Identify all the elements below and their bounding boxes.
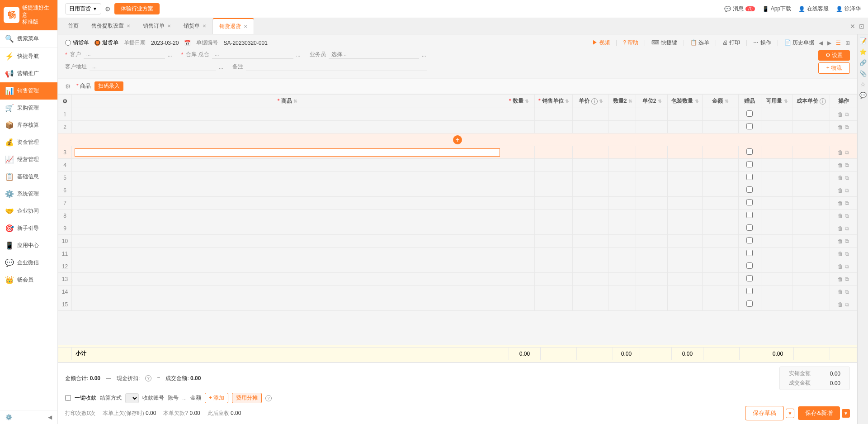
amount-sort-icon[interactable]: ⇅ [725, 99, 728, 104]
save-draft-btn[interactable]: 保存草稿 [745, 406, 784, 420]
gift-checkbox-1[interactable] [746, 110, 753, 117]
cell-11-1[interactable] [534, 248, 572, 260]
product-cell-10[interactable] [72, 235, 503, 248]
right-panel-chat-icon[interactable]: 💬 [859, 91, 868, 100]
gift-checkbox-15[interactable] [746, 300, 753, 307]
copy-icon-13[interactable]: ⧉ [845, 276, 849, 282]
expand-tab-icon[interactable]: ⊡ [859, 23, 864, 30]
cell-12-0[interactable] [503, 260, 534, 273]
cell-13-6[interactable] [702, 273, 738, 286]
cell-3-0[interactable] [503, 146, 534, 159]
one-click-checkbox[interactable] [65, 395, 71, 401]
delete-icon-1[interactable]: 🗑 [838, 111, 843, 118]
cell-13-1[interactable] [534, 273, 572, 286]
select-bill-btn[interactable]: 📋 选单 [690, 39, 709, 47]
product-cell-5[interactable] [72, 172, 503, 184]
cell-5-2[interactable] [573, 172, 609, 184]
copy-icon-8[interactable]: ⧉ [845, 213, 849, 219]
unit-sort-icon[interactable]: ⇅ [565, 99, 569, 104]
gift-checkbox-4[interactable] [746, 161, 753, 167]
copy-icon-7[interactable]: ⧉ [845, 200, 849, 206]
cell-10-3[interactable] [609, 235, 636, 248]
cell-6-2[interactable] [573, 184, 609, 197]
help-circle[interactable]: ? [185, 410, 188, 416]
avail-sort-icon[interactable]: ⇅ [784, 99, 788, 104]
product-sort-icon[interactable]: ⇅ [293, 99, 297, 104]
cell-1-3[interactable] [609, 108, 636, 121]
cell-12-3[interactable] [609, 260, 636, 273]
cell-15-5[interactable] [668, 298, 702, 311]
gift-checkbox-2[interactable] [746, 123, 753, 129]
cell-13-0[interactable] [503, 273, 534, 286]
tab-sale-order[interactable]: 销售订单 ✕ [137, 19, 177, 33]
cell-14-2[interactable] [573, 286, 609, 298]
cell-3-3[interactable] [609, 146, 636, 159]
gift-checkbox-10[interactable] [746, 237, 753, 243]
cell-6-6[interactable] [702, 184, 738, 197]
grid-view-icon[interactable]: ⊞ [845, 40, 850, 46]
cell-4-3[interactable] [609, 159, 636, 172]
settings-gear-icon[interactable]: ⚙ [105, 5, 111, 13]
cell-14-3[interactable] [609, 286, 636, 298]
cell-13-5[interactable] [668, 273, 702, 286]
delete-icon-5[interactable]: 🗑 [838, 175, 843, 181]
gift-checkbox-5[interactable] [746, 174, 753, 180]
cell-15-3[interactable] [609, 298, 636, 311]
cell-1-2[interactable] [573, 108, 609, 121]
delete-icon-8[interactable]: 🗑 [838, 213, 843, 219]
collapse-icon[interactable]: ◀ [48, 414, 52, 420]
delete-icon-14[interactable]: 🗑 [838, 289, 843, 295]
cell-12-1[interactable] [534, 260, 572, 273]
col-gear[interactable]: ⚙ [58, 95, 72, 108]
salesperson-more-icon[interactable]: ... [422, 52, 426, 58]
product-cell-6[interactable] [72, 184, 503, 197]
note-input[interactable] [246, 62, 427, 71]
close-tab-icon[interactable]: ✕ [850, 23, 855, 30]
cell-10-1[interactable] [534, 235, 572, 248]
sidebar-item-apps[interactable]: 📱 应用中心 [0, 237, 57, 254]
gift-checkbox-13[interactable] [746, 275, 753, 281]
online-service-btn[interactable]: 👤 在线客服 [798, 5, 829, 13]
cell-6-0[interactable] [503, 184, 534, 197]
product-cell-3[interactable] [72, 146, 503, 159]
operate-btn[interactable]: ⋯ 操作 [753, 39, 771, 47]
logistics-btn[interactable]: + 物流 [818, 62, 850, 74]
app-download-btn[interactable]: 📱 App下载 [762, 5, 791, 13]
cell-2-6[interactable] [702, 121, 738, 133]
copy-icon-10[interactable]: ⧉ [845, 238, 849, 244]
cell-5-3[interactable] [609, 172, 636, 184]
cell-1-5[interactable] [668, 108, 702, 121]
gift-checkbox-8[interactable] [746, 212, 753, 218]
cell-2-3[interactable] [609, 121, 636, 133]
calendar-icon[interactable]: 📅 [184, 40, 191, 46]
cell-8-3[interactable] [609, 210, 636, 222]
cell-14-5[interactable] [668, 286, 702, 298]
sidebar-item-sales[interactable]: 📊 销售管理 [0, 82, 57, 100]
add-payment-btn[interactable]: + 添加 [205, 393, 228, 403]
scan-enter-btn[interactable]: 扫码录入 [94, 81, 123, 91]
cell-10-4[interactable] [636, 235, 668, 248]
cell-1-4[interactable] [636, 108, 668, 121]
product-cell-14[interactable] [72, 286, 503, 298]
delete-icon-2[interactable]: 🗑 [838, 124, 843, 130]
cell-10-0[interactable] [503, 235, 534, 248]
cell-6-3[interactable] [609, 184, 636, 197]
copy-icon-14[interactable]: ⧉ [845, 289, 849, 295]
cell-5-0[interactable] [503, 172, 534, 184]
cell-7-3[interactable] [609, 197, 636, 210]
cell-12-5[interactable] [668, 260, 702, 273]
delete-icon-3[interactable]: 🗑 [838, 149, 843, 156]
cell-1-6[interactable] [702, 108, 738, 121]
radio-sale[interactable]: 销货单 [65, 39, 89, 47]
right-panel-attachment-icon[interactable]: 📎 [859, 69, 868, 78]
cell-6-4[interactable] [636, 184, 668, 197]
cell-13-3[interactable] [609, 273, 636, 286]
cell-15-2[interactable] [573, 298, 609, 311]
pkg-sort-icon[interactable]: ⇅ [695, 99, 698, 104]
tab-sale-goods-close[interactable]: ✕ [203, 24, 206, 29]
gift-checkbox-7[interactable] [746, 199, 753, 205]
radio-sale-input[interactable] [65, 40, 71, 46]
cost-info-icon[interactable]: i [820, 98, 826, 105]
copy-icon-15[interactable]: ⧉ [845, 301, 849, 308]
copy-icon-1[interactable]: ⧉ [845, 111, 849, 118]
